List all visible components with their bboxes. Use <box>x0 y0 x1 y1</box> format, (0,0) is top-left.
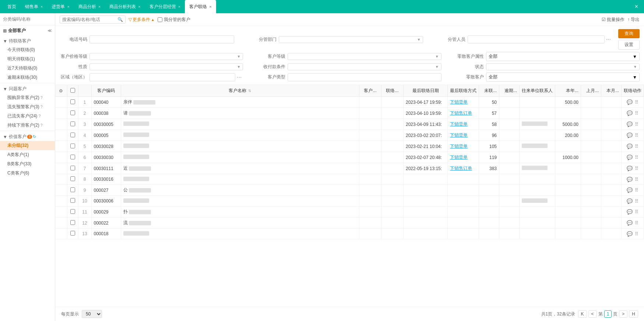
row-last-method[interactable]: 下销货单 <box>448 141 479 152</box>
row-last-method[interactable]: 下销货单 <box>448 152 479 163</box>
more-icon[interactable]: ⠿ <box>635 110 638 116</box>
contact-icon[interactable]: 💬 <box>627 198 633 204</box>
sidebar-search-input[interactable] <box>3 17 55 22</box>
export-btn[interactable]: ↑ 导出 <box>627 17 640 23</box>
contact-icon[interactable]: 💬 <box>627 144 633 149</box>
last-method-link[interactable]: 下销货单 <box>450 121 468 127</box>
row-name[interactable] <box>121 130 359 141</box>
sidebar-item-tomorrow[interactable]: 明天待联络(1) <box>0 54 55 64</box>
th-last-month[interactable]: 上月... <box>581 85 601 97</box>
contact-icon[interactable]: 💬 <box>627 177 633 182</box>
filter-payment-select[interactable]: ▼ <box>288 63 441 70</box>
refresh-icon[interactable]: ↻ <box>33 134 36 139</box>
row-checkbox[interactable] <box>70 176 75 181</box>
th-code[interactable]: 客户编码 <box>91 85 121 97</box>
th-last-date[interactable]: 最后联络日期 <box>404 85 448 97</box>
row-last-method[interactable] <box>448 185 479 196</box>
sidebar-item-overdue[interactable]: 逾期未联络(30) <box>0 73 55 82</box>
sidebar-item-class-b[interactable]: B类客户(33) <box>0 159 55 169</box>
page-size-select[interactable]: 50 20 100 <box>82 310 102 318</box>
th-name[interactable]: 客户名称 ⇅ <box>121 85 359 97</box>
filter-status-select[interactable]: ▼ <box>486 63 640 70</box>
more-icon[interactable]: ⠿ <box>635 99 638 105</box>
row-checkbox[interactable] <box>70 110 75 115</box>
sidebar-item-week[interactable]: 近7天待联络(0) <box>0 64 55 73</box>
more-icon[interactable]: ⠿ <box>635 220 638 226</box>
row-last-method[interactable] <box>448 174 479 185</box>
batch-op-btn[interactable]: ☑ 批量操作 <box>602 17 624 23</box>
tab-home[interactable]: 首页 <box>3 0 21 13</box>
query-button[interactable]: 查询 <box>618 29 640 38</box>
more-icon[interactable]: ⠿ <box>635 198 638 204</box>
row-name[interactable] <box>121 174 359 185</box>
more-icon[interactable]: ⠿ <box>635 121 638 127</box>
last-method-link[interactable]: 下销售订单 <box>450 110 472 116</box>
row-last-method[interactable]: 下销货单 <box>448 130 479 141</box>
more-icon[interactable]: ⠿ <box>635 231 638 237</box>
contact-icon[interactable]: 💬 <box>627 209 633 215</box>
sidebar-item-class-c[interactable]: C类客户(6) <box>0 169 55 178</box>
close-product-analysis-list[interactable]: × <box>138 4 140 9</box>
filter-customer-level-select[interactable]: ▼ <box>288 53 441 60</box>
filter-region-input[interactable] <box>92 75 233 80</box>
row-name[interactable] <box>121 152 359 163</box>
tab-sales-order[interactable]: 销售单 × <box>21 0 47 13</box>
last-method-link[interactable]: 下销货单 <box>450 144 468 149</box>
th-pending[interactable]: 未联... <box>479 85 499 97</box>
row-checkbox[interactable] <box>70 99 75 104</box>
filter-customer-type-input[interactable] <box>288 73 441 81</box>
more-conditions-btn[interactable]: ▽ 更多条件 ▲ <box>129 17 155 23</box>
row-name[interactable] <box>121 229 359 239</box>
filter-phone-input[interactable] <box>89 35 234 43</box>
row-checkbox[interactable] <box>70 231 75 236</box>
row-checkbox[interactable] <box>70 166 75 170</box>
row-last-method[interactable]: 下销售订单 <box>448 163 479 174</box>
sidebar-item-declining[interactable]: 持续下滑客户(2) ? <box>0 121 55 130</box>
reset-button[interactable]: 设置 <box>618 40 640 50</box>
prev-page-button[interactable]: < <box>588 310 597 318</box>
row-checkbox[interactable] <box>70 187 75 192</box>
row-name[interactable] <box>121 196 359 207</box>
th-settings[interactable]: ⚙ <box>55 85 67 97</box>
sidebar-item-today[interactable]: 今天待联络(0) <box>0 45 55 54</box>
sidebar-item-churn-warning[interactable]: 流失预警客户(3) ? <box>0 102 55 112</box>
row-checkbox[interactable] <box>70 209 75 214</box>
all-customers-header[interactable]: ⊞ 全部客户 ≪ <box>0 25 55 36</box>
row-last-method[interactable] <box>448 207 479 218</box>
sidebar-item-no-group[interactable]: 未分组(32) <box>0 141 55 150</box>
my-customers-toggle[interactable]: 我分管的客户 <box>158 17 190 23</box>
close-sales-order[interactable]: × <box>41 4 43 9</box>
contact-icon[interactable]: 💬 <box>627 121 633 127</box>
filter-dept-select[interactable]: ▼ <box>279 36 423 43</box>
contact-icon[interactable]: 💬 <box>627 166 633 171</box>
contact-icon[interactable]: 💬 <box>627 155 633 160</box>
tab-purchase-order[interactable]: 进货单 × <box>47 0 74 13</box>
more-icon[interactable]: ⠿ <box>635 209 638 215</box>
contact-icon[interactable]: 💬 <box>627 133 633 138</box>
last-method-link[interactable]: 下销货单 <box>450 133 468 138</box>
more-icon[interactable]: ⠿ <box>635 144 638 149</box>
close-customer-contact[interactable]: × <box>209 4 211 9</box>
main-search-icon[interactable]: 🔍 <box>117 17 123 22</box>
tab-product-analysis-list[interactable]: 商品分析列表 × <box>105 0 145 13</box>
row-name[interactable]: 请 <box>121 108 359 119</box>
close-purchase-order[interactable]: × <box>67 4 69 9</box>
gear-icon[interactable]: ⚙ <box>59 88 63 94</box>
more-icon[interactable]: ⠿ <box>635 133 638 138</box>
row-checkbox[interactable] <box>70 144 75 148</box>
more-icon[interactable]: ⠿ <box>635 155 638 160</box>
row-last-method[interactable] <box>448 196 479 207</box>
last-page-button[interactable]: H <box>629 310 638 318</box>
tab-product-analysis[interactable]: 商品分析 × <box>74 0 105 13</box>
row-last-method[interactable] <box>448 218 479 229</box>
th-year[interactable]: 本年... <box>555 85 581 97</box>
row-name[interactable]: 亲伴 <box>121 97 359 108</box>
row-name[interactable]: 流 <box>121 218 359 229</box>
filter-person-input[interactable] <box>470 37 602 42</box>
main-search-input[interactable] <box>62 17 117 22</box>
row-name[interactable]: 扑 <box>121 207 359 218</box>
th-check[interactable] <box>67 85 78 97</box>
contact-icon[interactable]: 💬 <box>627 110 633 116</box>
last-method-link[interactable]: 下销货单 <box>450 155 468 160</box>
th-contact[interactable]: 联络... <box>381 85 404 97</box>
